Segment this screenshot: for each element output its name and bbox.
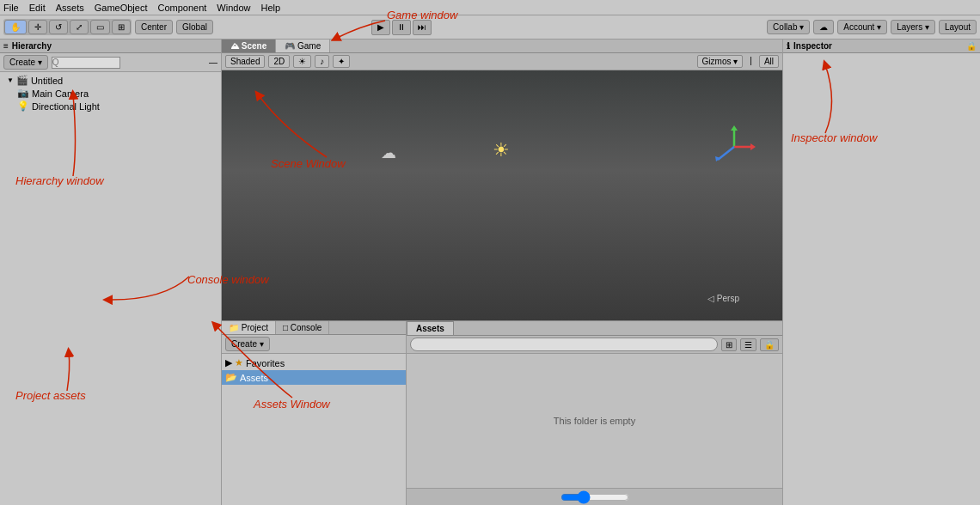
- assets-content: This folder is empty: [407, 354, 782, 488]
- hierarchy-title: Hierarchy: [12, 41, 52, 51]
- assets-empty-text: This folder is empty: [554, 416, 635, 426]
- audio-button[interactable]: ♪: [315, 55, 329, 68]
- console-tab[interactable]: □ Console: [276, 321, 330, 334]
- assets-panel: Assets ⊞ ☰ 🔒 This folder is empty: [407, 321, 782, 505]
- menubar: File Edit Assets GameObject Component Wi…: [0, 0, 980, 15]
- scene-name: Untitled: [31, 76, 63, 86]
- project-content: ▶ ★ Favorites 📂 Assets: [222, 354, 406, 505]
- playmode-controls: ▶ ⏸ ⏭: [371, 20, 432, 35]
- account-button[interactable]: Account ▾: [837, 20, 887, 34]
- gizmos-button[interactable]: Gizmos ▾: [697, 55, 744, 68]
- svg-marker-3: [750, 143, 756, 150]
- assets-search-input[interactable]: [410, 338, 718, 351]
- scene-gizmo: [711, 124, 758, 173]
- scene-tab[interactable]: ⛰ Scene: [222, 40, 276, 52]
- cloud-button[interactable]: ☁: [813, 20, 834, 34]
- camera-icon: 📷: [17, 88, 29, 99]
- hierarchy-icon: ≡: [3, 41, 9, 51]
- collab-button[interactable]: Collab ▾: [767, 20, 810, 34]
- hierarchy-create-button[interactable]: Create ▾: [3, 55, 48, 70]
- gizmos-all-button[interactable]: All: [759, 55, 779, 68]
- project-subbar: Create ▾: [222, 335, 406, 354]
- hierarchy-header: ≡ Hierarchy: [0, 40, 221, 53]
- favorites-arrow: ▶: [225, 357, 232, 368]
- hierarchy-search-input[interactable]: [52, 57, 120, 69]
- project-create-button[interactable]: Create ▾: [225, 337, 270, 351]
- game-tab-label: Game: [297, 41, 321, 51]
- scene-view: ☀ ☁: [222, 70, 782, 320]
- transform-tool[interactable]: ⊞: [112, 20, 131, 34]
- menu-edit[interactable]: Edit: [29, 3, 46, 13]
- layers-button[interactable]: Layers ▾: [891, 20, 935, 34]
- main-area: ≡ Hierarchy Create ▾ — ▼ 🎬 Untitled 📷 Ma…: [0, 40, 980, 505]
- assets-filter-button[interactable]: ☰: [740, 338, 756, 351]
- rect-tool[interactable]: ▭: [90, 20, 110, 34]
- assets-lock-button[interactable]: 🔒: [760, 338, 779, 351]
- inspector-panel: ℹ Inspector 🔒: [782, 40, 980, 505]
- inspector-lock-icon[interactable]: 🔒: [966, 41, 977, 51]
- hierarchy-scene-item[interactable]: ▼ 🎬 Untitled: [0, 74, 221, 87]
- favorites-label: Favorites: [246, 358, 285, 368]
- toolbar-right: Collab ▾ ☁ Account ▾ Layers ▾ Layout: [767, 20, 977, 34]
- scene-right-tools: Gizmos ▾ | All: [697, 55, 779, 68]
- scene-game-tabs: ⛰ Scene 🎮 Game: [222, 40, 782, 53]
- project-tab-label: Project: [242, 323, 268, 332]
- shaded-button[interactable]: Shaded: [225, 55, 265, 68]
- assets-tab[interactable]: Assets: [407, 321, 454, 335]
- scale-tool[interactable]: ⤢: [70, 20, 89, 34]
- hierarchy-light-item[interactable]: 💡 Directional Light: [0, 100, 221, 113]
- layout-button[interactable]: Layout: [939, 20, 977, 34]
- console-tab-icon: □: [283, 323, 288, 332]
- assets-tabs: Assets: [407, 321, 782, 336]
- play-button[interactable]: ▶: [371, 20, 390, 35]
- hierarchy-content: ▼ 🎬 Untitled 📷 Main Camera 💡 Directional…: [0, 72, 221, 505]
- project-tab-icon: 📁: [229, 323, 239, 332]
- hierarchy-collapse[interactable]: —: [209, 58, 217, 67]
- light-icon: 💡: [17, 100, 29, 112]
- menu-gameobject[interactable]: GameObject: [95, 3, 148, 13]
- svg-line-4: [718, 147, 734, 160]
- 2d-button[interactable]: 2D: [268, 55, 290, 68]
- inspector-icon: ℹ: [787, 41, 790, 51]
- hierarchy-panel: ≡ Hierarchy Create ▾ — ▼ 🎬 Untitled 📷 Ma…: [0, 40, 222, 505]
- assets-search-bar: ⊞ ☰ 🔒: [407, 336, 782, 354]
- assets-bottom-bar: [407, 488, 782, 505]
- global-button[interactable]: Global: [176, 20, 213, 34]
- transform-tools: ✋ ✛ ↺ ⤢ ▭ ⊞: [3, 19, 132, 35]
- rotate-tool[interactable]: ↺: [49, 20, 68, 34]
- pause-button[interactable]: ⏸: [392, 20, 411, 35]
- scene-arrow: ▼: [7, 76, 14, 84]
- menu-assets[interactable]: Assets: [56, 3, 84, 13]
- project-tab[interactable]: 📁 Project: [222, 321, 276, 334]
- move-tool[interactable]: ✛: [28, 20, 47, 34]
- assets-folder-label: Assets: [240, 373, 268, 383]
- scene-tab-label: Scene: [242, 41, 266, 51]
- center-button[interactable]: Center: [135, 20, 173, 34]
- favorites-star-icon: ★: [235, 357, 243, 368]
- scene-sun-icon: ☀: [493, 139, 510, 161]
- favorites-item[interactable]: ▶ ★ Favorites: [222, 356, 406, 370]
- scene-icon: 🎬: [16, 75, 28, 86]
- step-button[interactable]: ⏭: [413, 20, 432, 35]
- assets-folder-item[interactable]: 📂 Assets: [222, 370, 406, 385]
- menu-window[interactable]: Window: [217, 3, 250, 13]
- inspector-header: ℹ Inspector 🔒: [783, 40, 980, 53]
- center-area: ⛰ Scene 🎮 Game Shaded 2D ☀ ♪ ✦ Gizmos ▾ …: [222, 40, 782, 505]
- project-tabs: 📁 Project □ Console: [222, 321, 406, 335]
- menu-file[interactable]: File: [3, 3, 19, 13]
- scene-content[interactable]: ☀ ☁: [222, 70, 782, 320]
- menu-component[interactable]: Component: [157, 3, 206, 13]
- scene-persp-label: ◁ Persp: [707, 294, 739, 303]
- light-name: Directional Light: [32, 101, 100, 112]
- hand-tool[interactable]: ✋: [4, 20, 27, 34]
- camera-name: Main Camera: [32, 88, 89, 99]
- scene-tab-icon: ⛰: [230, 41, 239, 51]
- effects-button[interactable]: ✦: [333, 55, 350, 68]
- console-tab-label: Console: [291, 323, 322, 332]
- lights-button[interactable]: ☀: [293, 55, 311, 68]
- assets-zoom-slider[interactable]: [560, 490, 629, 504]
- hierarchy-camera-item[interactable]: 📷 Main Camera: [0, 87, 221, 100]
- game-tab[interactable]: 🎮 Game: [276, 40, 330, 52]
- assets-view-button[interactable]: ⊞: [721, 338, 737, 351]
- menu-help[interactable]: Help: [260, 3, 280, 13]
